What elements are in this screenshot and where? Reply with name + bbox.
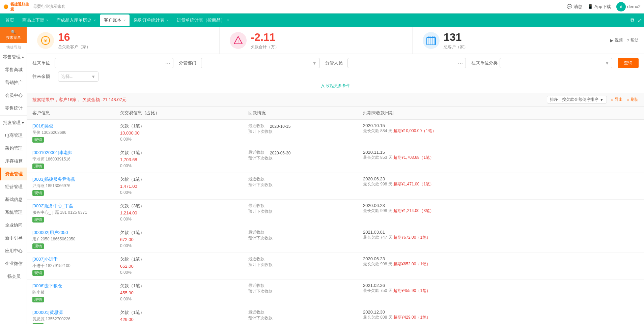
help-icon: ? xyxy=(627,38,629,43)
overdue-text-6: 超期¥455.90（1笔） xyxy=(393,288,430,293)
collection-date-0: 2020-10-15 xyxy=(270,124,290,129)
customer-name-link-5[interactable]: [0007]小进千 xyxy=(32,257,58,262)
cell-debt-4: 欠款（1笔） 672.00 0.00% xyxy=(115,226,243,253)
next-collection-label-6: 预计下次收款 xyxy=(248,289,352,294)
tab-goods-stats[interactable]: 进货单统计表（按商品） × xyxy=(173,14,233,26)
sidebar-item-wholesale-mgmt[interactable]: 批发管理 ▼ xyxy=(0,116,27,129)
sidebar-item-retail-mgmt[interactable]: 零售管理 ▲ xyxy=(0,51,27,63)
chevron-down-icon-sort: ▼ xyxy=(600,97,604,102)
customer-name-link-6[interactable]: [0006]去下粮仓 xyxy=(32,283,62,288)
next-collection-label-7: 预计下次收款 xyxy=(248,315,352,321)
sidebar-search[interactable]: 🔍 搜索菜单 xyxy=(0,27,27,43)
sidebar-item-enterprise-collab[interactable]: 企业协同 xyxy=(0,219,27,232)
app-download-button[interactable]: 📱 App下载 xyxy=(588,4,611,10)
table-row[interactable]: [000002]用户2050 用户2050 18665062050 现销 欠款（… xyxy=(27,226,644,253)
sidebar-item-chang-member[interactable]: 畅会员 xyxy=(0,270,27,283)
help-btn[interactable]: ? 帮助 xyxy=(627,37,639,43)
due-date-2: 2020.06.23 xyxy=(363,176,639,181)
customer-phone-2: 尹海燕 18513066976 xyxy=(32,183,109,189)
video-help-btn[interactable]: ▶ 视频 xyxy=(610,37,623,43)
sidebar-item-inventory[interactable]: 库存核算 xyxy=(0,155,27,168)
app-subtitle: 母婴行业演示账套 xyxy=(33,4,65,9)
table-row[interactable]: [0016]吴俊 吴俊 13026203696 现销 欠款（1笔） 10,000… xyxy=(27,120,644,146)
tab-home-label: 首页 xyxy=(5,17,14,23)
customer-name-link-4[interactable]: [000002]用户2050 xyxy=(32,230,68,235)
debt-amount-7: 429.00 xyxy=(120,317,237,322)
export-button[interactable]: ○ 导出 xyxy=(611,97,623,102)
chevron-down-icon: ▲ xyxy=(21,55,25,59)
sidebar-item-basic-info[interactable]: 基础信息 xyxy=(0,193,27,206)
customer-name-link-3[interactable]: [0002]服务中心_丁磊 xyxy=(32,203,73,208)
query-button[interactable]: 查询 xyxy=(618,58,639,68)
sidebar-item-marketing[interactable]: 营销推广 xyxy=(0,76,27,89)
sidebar-item-purchase[interactable]: 采购管理 xyxy=(0,142,27,155)
tab-product-shelf-close[interactable]: × xyxy=(46,18,48,22)
overdue-text-5: 超期¥652.00（1笔） xyxy=(393,262,430,266)
tab-customer-ledger-close[interactable]: × xyxy=(123,18,125,22)
user-avatar[interactable]: d demo2 xyxy=(616,2,641,11)
collection-label-0: 最近收款 xyxy=(248,123,264,129)
tab-product-shelf[interactable]: 商品上下架 × xyxy=(18,14,52,26)
sidebar-item-newbie-guide[interactable]: 新手引导 xyxy=(0,232,27,244)
tab-customer-ledger[interactable]: 客户账本 × xyxy=(100,14,130,26)
table-row[interactable]: [000001]黄思源 黄思源 13552700226 现销 欠款（1笔） 42… xyxy=(27,306,644,324)
collapse-button[interactable]: ⋀ 收起更多条件 xyxy=(321,83,350,89)
tab-inventory-history-close[interactable]: × xyxy=(93,18,95,22)
customer-tag-2: 现销 xyxy=(32,190,44,196)
tab-home[interactable]: 首页 xyxy=(1,14,18,26)
cell-collection-7: 最近收款 预计下次收款 xyxy=(243,306,358,324)
sidebar-item-retail-stats[interactable]: 零售统计 xyxy=(0,102,27,115)
stats-bar: ¥ 16 总欠款客户（家） ! -2.11 欠款合计（万） xyxy=(27,27,644,54)
sidebar-item-operations[interactable]: 经营管理 xyxy=(0,180,27,193)
next-collection-label-2: 预计下次收款 xyxy=(248,182,352,188)
sidebar-item-finance[interactable]: 资金管理 xyxy=(0,168,27,180)
cell-debt-0: 欠款（1笔） 10,000.00 0.00% xyxy=(115,120,243,146)
sidebar-item-system[interactable]: 系统管理 xyxy=(0,206,27,219)
table-row[interactable]: [0007]小进千 小进千 18279152100 现销 欠款（1笔） 652.… xyxy=(27,253,644,279)
filter-dept-label: 分管部门 xyxy=(179,60,199,66)
table-row[interactable]: [0002]服务中心_丁磊 服务中心_丁磊 181 0125 8371 现销 欠… xyxy=(27,200,644,226)
collection-date-1: 2020-06-30 xyxy=(270,151,290,155)
filter-dept-select[interactable]: ▼ xyxy=(201,58,320,68)
sidebar-item-member-center[interactable]: 会员中心 xyxy=(0,89,27,102)
filter-source-unit-input[interactable]: ··· xyxy=(55,58,173,68)
balance-select[interactable]: 选择... ▼ xyxy=(58,71,99,82)
filter-person-input[interactable]: ··· xyxy=(347,58,466,68)
sort-select[interactable]: 排序：按欠款金额倒序排序 ▼ xyxy=(547,96,607,104)
customer-name-link-7[interactable]: [000001]黄思源 xyxy=(32,310,63,315)
customer-tag-5: 现销 xyxy=(32,270,44,276)
filter-source-unit-label: 往来单位 xyxy=(32,60,53,66)
customer-name-link-2[interactable]: [0003]畅捷服务尹海燕 xyxy=(32,177,75,182)
filter-unit-category-select[interactable]: ▼ xyxy=(500,58,612,68)
debt-amount-6: 455.90 xyxy=(120,290,237,295)
app-logo-text: 畅捷通好生意 xyxy=(10,2,30,12)
sidebar-item-retail-mall[interactable]: 零售商城 xyxy=(0,63,27,76)
tab-collapse-icon[interactable]: ⧉ xyxy=(630,17,635,24)
debt-amount-2: 1,471.00 xyxy=(120,184,237,189)
stat-debt-customers-label: 总欠款客户（家） xyxy=(58,44,90,50)
cell-due-1: 2020.11.15 最长欠款 853 天 超期¥1,703.68（1笔） xyxy=(358,146,644,173)
sidebar-item-app-center[interactable]: 应用中心 xyxy=(0,244,27,257)
tab-purchase-stats[interactable]: 采购订单统计表 × xyxy=(130,14,172,26)
cell-due-6: 2021.02.26 最长欠款 750 天 超期¥455.90（1笔） xyxy=(358,279,644,306)
table-row[interactable]: [0001020001]李老师 李老师 18600391516 现销 欠款（1笔… xyxy=(27,146,644,173)
cell-due-7: 2020.12.30 最长欠款 808 天 超期¥429.00（1笔） xyxy=(358,306,644,324)
message-button[interactable]: 💬 消息 xyxy=(567,4,582,10)
tab-purchase-stats-close[interactable]: × xyxy=(166,18,168,22)
balance-label: 往来余额 xyxy=(32,73,53,80)
table-row[interactable]: [0003]畅捷服务尹海燕 尹海燕 18513066976 现销 欠款（1笔） … xyxy=(27,173,644,200)
tab-inventory-history[interactable]: 产成品入库单历史 × xyxy=(52,14,100,26)
sidebar-item-ecommerce[interactable]: 电商管理 xyxy=(0,129,27,142)
tab-expand-icon[interactable]: ⤢ xyxy=(637,17,643,24)
customer-name-link-0[interactable]: [0016]吴俊 xyxy=(32,123,53,128)
debt-pct-0: 0.00% xyxy=(120,137,237,142)
customer-name-link-1[interactable]: [0001020001]李老师 xyxy=(32,150,73,155)
cell-collection-4: 最近收款 预计下次收款 xyxy=(243,226,358,253)
table-row[interactable]: [0006]去下粮仓 陈小希 现销 欠款（1笔） 455.90 0.00% 最近… xyxy=(27,279,644,306)
refresh-button[interactable]: ○ 刷新 xyxy=(627,97,639,102)
sidebar-item-enterprise-wechat[interactable]: 企业微信 xyxy=(0,257,27,270)
stat-total-customers: 131 总客户（家） xyxy=(413,27,605,54)
tab-goods-stats-close[interactable]: × xyxy=(227,18,229,22)
avatar-icon: d xyxy=(616,2,626,11)
customer-phone-5: 小进千 18279152100 xyxy=(32,263,109,269)
